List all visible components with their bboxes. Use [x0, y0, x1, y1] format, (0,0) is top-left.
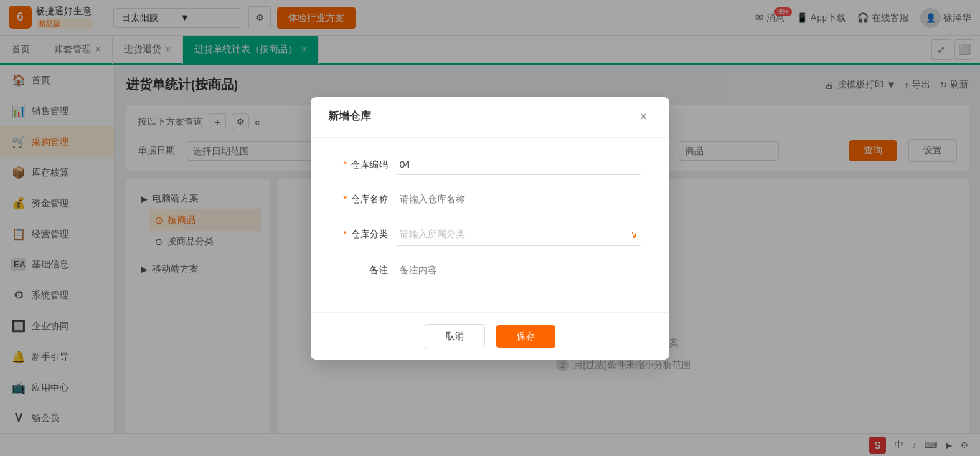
required-star-2: *: [343, 194, 347, 204]
warehouse-category-label: * 仓库分类: [339, 228, 397, 241]
dialog-footer: 取消 保存: [311, 312, 669, 360]
warehouse-code-label: * 仓库编码: [339, 158, 397, 171]
remark-label: 备注: [339, 264, 397, 277]
warehouse-name-label: * 仓库名称: [339, 193, 397, 206]
required-star-3: *: [343, 229, 347, 239]
form-row-warehouse-code: * 仓库编码: [339, 155, 641, 175]
warehouse-name-input[interactable]: [397, 189, 641, 209]
form-row-warehouse-category: * 仓库分类 请输入所属分类 ∨: [339, 224, 641, 246]
form-row-remark: 备注: [339, 260, 641, 280]
modal-overlay[interactable]: 新增仓库 × * 仓库编码 * 仓库名称: [0, 0, 980, 456]
new-warehouse-dialog: 新增仓库 × * 仓库编码 * 仓库名称: [311, 97, 669, 360]
dialog-title: 新增仓库: [328, 110, 371, 123]
cancel-button[interactable]: 取消: [425, 324, 485, 348]
dialog-body: * 仓库编码 * 仓库名称 * 仓库分类 请输入所属: [311, 138, 669, 312]
warehouse-category-select[interactable]: 请输入所属分类 ∨: [397, 224, 641, 246]
warehouse-code-input[interactable]: [397, 155, 641, 175]
dialog-close-button[interactable]: ×: [635, 108, 652, 125]
form-row-warehouse-name: * 仓库名称: [339, 189, 641, 209]
category-dropdown-icon: ∨: [631, 229, 638, 240]
required-star-1: *: [343, 159, 347, 170]
remark-input[interactable]: [397, 260, 641, 280]
save-button[interactable]: 保存: [496, 325, 555, 348]
dialog-header: 新增仓库 ×: [311, 97, 669, 138]
warehouse-category-placeholder: 请输入所属分类: [400, 228, 465, 241]
